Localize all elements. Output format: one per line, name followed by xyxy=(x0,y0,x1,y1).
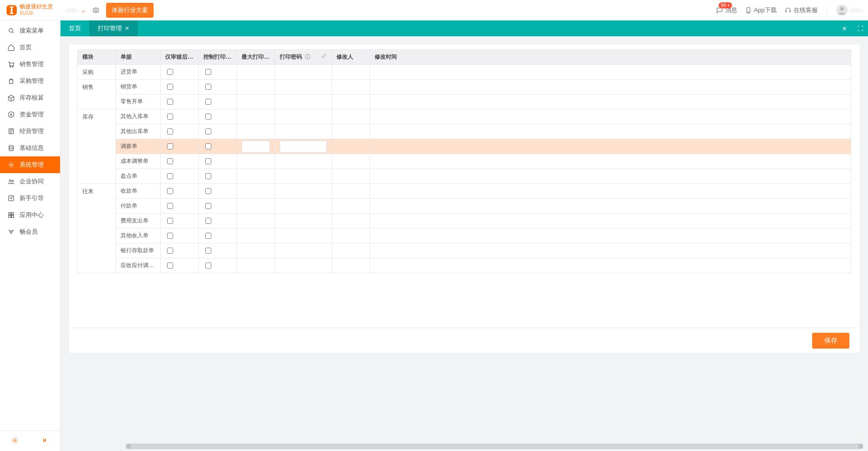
only-audited-checkbox[interactable] xyxy=(167,114,173,120)
col-doc: 单据 xyxy=(116,50,161,65)
control-count-checkbox[interactable] xyxy=(205,263,211,269)
only-audited-checkbox[interactable] xyxy=(167,158,173,164)
cell-doc: 银行存取款单 xyxy=(116,243,161,258)
cell-max-count xyxy=(237,199,275,214)
cell-doc: 其他收入单 xyxy=(116,229,161,243)
sidebar-item-0[interactable]: 搜索菜单 xyxy=(0,22,60,39)
control-count-checkbox[interactable] xyxy=(205,128,211,135)
svg-point-2 xyxy=(748,12,748,12)
tab-1[interactable]: 打印管理✕ xyxy=(89,20,138,36)
app-download-button[interactable]: App下载 xyxy=(745,6,777,14)
svg-point-5 xyxy=(10,66,11,67)
footer-bar: 保存 xyxy=(69,328,860,353)
sidebar-item-label: 销售管理 xyxy=(20,60,44,68)
sidebar-item-1[interactable]: 首页 xyxy=(0,39,60,56)
sidebar-collapse-icon[interactable] xyxy=(41,437,49,445)
sidebar-item-4[interactable]: 库存核算 xyxy=(0,89,60,106)
settings-icon[interactable] xyxy=(92,7,100,14)
fullscreen-icon[interactable]: ⛶ xyxy=(852,20,868,36)
support-button[interactable]: 在线客服 xyxy=(784,6,818,14)
sidebar-item-9[interactable]: 企业协同 xyxy=(0,173,60,190)
cell-max-count xyxy=(237,214,275,229)
cell-max-count xyxy=(237,139,275,154)
cell-max-count xyxy=(237,109,275,124)
sidebar-item-3[interactable]: 采购管理 xyxy=(0,73,60,89)
only-audited-checkbox[interactable] xyxy=(167,69,173,75)
cell-control-count xyxy=(199,65,237,80)
only-audited-checkbox[interactable] xyxy=(167,84,173,90)
save-button[interactable]: 保存 xyxy=(812,333,849,349)
cell-modifier xyxy=(332,258,370,273)
try-plan-button[interactable]: 体验行业方案 xyxy=(106,3,154,18)
control-count-checkbox[interactable] xyxy=(205,158,211,164)
user-menu[interactable]: —— xyxy=(836,5,861,16)
only-audited-checkbox[interactable] xyxy=(167,203,173,209)
sidebar-item-12[interactable]: 畅会员 xyxy=(0,223,60,240)
cell-modtime xyxy=(370,109,851,124)
sidebar-item-label: 库存核算 xyxy=(20,94,44,102)
table-row: 调拨单 xyxy=(78,139,851,154)
col-only-audited: 仅审核后打印 xyxy=(161,50,199,65)
only-audited-checkbox[interactable] xyxy=(167,173,173,179)
control-count-checkbox[interactable] xyxy=(205,84,211,90)
gear-icon xyxy=(7,161,15,168)
col-control-count: 控制打印次数 xyxy=(199,50,237,65)
edit-column-icon[interactable] xyxy=(321,53,327,60)
control-count-checkbox[interactable] xyxy=(205,218,211,224)
cell-password xyxy=(275,199,332,214)
panel: 模块 单据 仅审核后打印 控制打印次数 最大打印次数 打印密码 ⓘ xyxy=(69,45,860,328)
cell-doc: 销货单 xyxy=(116,80,161,94)
table-row: 采购进货单 xyxy=(78,65,851,80)
cell-password xyxy=(275,65,332,80)
cell-modifier xyxy=(332,169,370,184)
sidebar-item-8[interactable]: 系统管理 xyxy=(0,156,60,173)
topbar: 畅捷通好生意 精品版 —— ⌄ 体验行业方案 99 + 消息 App下载 xyxy=(0,0,868,20)
sidebar-item-7[interactable]: 基础信息 xyxy=(0,140,60,156)
sidebar-settings-icon[interactable] xyxy=(11,437,19,445)
only-audited-checkbox[interactable] xyxy=(167,233,173,239)
help-icon[interactable]: ⓘ xyxy=(305,53,310,61)
tabs-close-all-icon[interactable]: ✕ xyxy=(836,20,852,36)
svg-rect-15 xyxy=(12,213,14,215)
cell-max-count xyxy=(237,65,275,80)
db-icon xyxy=(7,144,15,152)
control-count-checkbox[interactable] xyxy=(205,188,211,194)
tab-0[interactable]: 首页 xyxy=(61,20,89,36)
main: 首页打印管理✕✕⛶ 模块 单据 仅审核后打印 控制打印次数 最大打印次数 xyxy=(61,20,868,451)
sidebar: 搜索菜单首页销售管理采购管理库存核算资金管理经营管理基础信息系统管理企业协同新手… xyxy=(0,20,61,451)
store-selector[interactable]: —— ⌄ xyxy=(65,7,86,13)
only-audited-checkbox[interactable] xyxy=(167,188,173,194)
sidebar-item-2[interactable]: 销售管理 xyxy=(0,56,60,73)
control-count-checkbox[interactable] xyxy=(205,203,211,209)
sidebar-item-10[interactable]: 新手引导 xyxy=(0,190,60,207)
control-count-checkbox[interactable] xyxy=(205,69,211,75)
close-icon[interactable]: ✕ xyxy=(125,25,129,32)
only-audited-checkbox[interactable] xyxy=(167,143,173,149)
sidebar-item-6[interactable]: 经营管理 xyxy=(0,123,60,140)
only-audited-checkbox[interactable] xyxy=(167,248,173,254)
svg-point-6 xyxy=(12,66,13,67)
cell-doc: 成本调整单 xyxy=(116,154,161,169)
cell-control-count xyxy=(199,124,237,139)
sidebar-item-5[interactable]: 资金管理 xyxy=(0,106,60,123)
only-audited-checkbox[interactable] xyxy=(167,218,173,224)
control-count-checkbox[interactable] xyxy=(205,248,211,254)
sidebar-item-11[interactable]: 应用中心 xyxy=(0,207,60,223)
control-count-checkbox[interactable] xyxy=(205,173,211,179)
only-audited-checkbox[interactable] xyxy=(167,263,173,269)
control-count-checkbox[interactable] xyxy=(205,233,211,239)
control-count-checkbox[interactable] xyxy=(205,114,211,120)
only-audited-checkbox[interactable] xyxy=(167,128,173,135)
control-count-checkbox[interactable] xyxy=(205,99,211,105)
cell-modtime xyxy=(370,229,851,243)
username: —— xyxy=(849,7,861,13)
password-input[interactable] xyxy=(280,141,327,153)
control-count-checkbox[interactable] xyxy=(205,143,211,149)
only-audited-checkbox[interactable] xyxy=(167,99,173,105)
max-count-input[interactable] xyxy=(242,141,270,153)
cell-only-audited xyxy=(161,258,199,273)
support-label: 在线客服 xyxy=(794,6,818,14)
messages-button[interactable]: 99 + 消息 xyxy=(716,6,737,14)
horizontal-scrollbar[interactable] xyxy=(126,444,863,449)
svg-point-10 xyxy=(10,164,12,166)
